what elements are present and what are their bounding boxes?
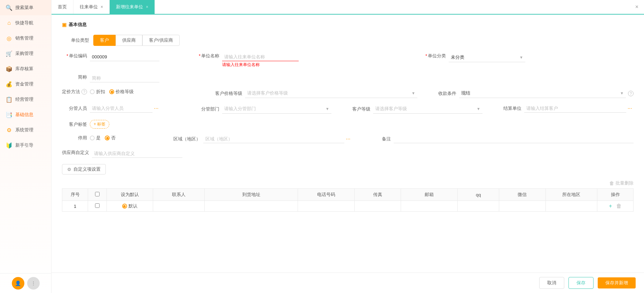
sidebar-item-finance[interactable]: 💰 资金管理 [0, 76, 51, 92]
region-more-btn[interactable]: ··· [344, 136, 352, 142]
radio-no[interactable]: 否 [105, 135, 116, 141]
radio-price-level-circle [109, 89, 114, 94]
row-fax[interactable] [354, 201, 401, 212]
unit-btn-customer[interactable]: 客户 [93, 35, 116, 46]
save-new-button[interactable]: 保存并新增 [598, 277, 636, 288]
row-qq[interactable] [458, 201, 499, 212]
manager-more-btn[interactable]: ··· [152, 105, 160, 112]
custom-settings-btn[interactable]: ⚙ 自定义项设置 [62, 164, 106, 174]
radio-yes[interactable]: 是 [90, 135, 101, 141]
short-name-input[interactable] [90, 74, 159, 82]
row-wechat[interactable] [499, 201, 546, 212]
settlement-unit-more-btn[interactable]: ··· [626, 105, 634, 112]
pricing-method-label: 定价方法 ? [62, 89, 90, 95]
radio-discount[interactable]: 折扣 [90, 89, 105, 95]
unit-name-wrap: 请输入往来单位名称 [222, 53, 407, 68]
supplier-custom-input[interactable] [92, 149, 182, 158]
pricing-method-radio-group: 折扣 价格等级 [90, 89, 134, 95]
short-name-label: 简称 [62, 74, 90, 80]
row-area-input[interactable] [549, 204, 594, 209]
row-checkbox[interactable] [95, 203, 100, 208]
unit-category-select[interactable]: 未分类 ▼ [449, 53, 525, 62]
sidebar-item-quick-nav[interactable]: ⌂ 快捷导航 [0, 15, 51, 31]
sidebar-item-system[interactable]: ⚙ 系统管理 [0, 122, 51, 138]
customer-price-level-select[interactable]: 请选择客户价格等级 ▼ [245, 89, 417, 98]
add-tag-btn[interactable]: + 标签 [90, 120, 109, 129]
sidebar-item-basic-info[interactable]: 📑 基础信息 [0, 107, 51, 122]
payment-terms-help-icon[interactable]: ? [628, 91, 634, 96]
department-arrow: ▼ [325, 107, 329, 111]
sidebar-item-operations[interactable]: 📋 经营管理 [0, 92, 51, 107]
row-address-input[interactable] [208, 204, 294, 209]
cancel-button[interactable]: 取消 [539, 277, 564, 289]
row-delete-btn[interactable]: 🗑 [615, 203, 623, 209]
radio-yes-circle [90, 136, 95, 140]
row-area[interactable] [545, 201, 597, 212]
row-address[interactable] [205, 201, 298, 212]
basic-info-icon: 📑 [6, 111, 13, 118]
save-button[interactable]: 保存 [568, 277, 594, 289]
form-content: ▣ 基本信息 单位类型 客户 供应商 客户/供应商 单位编码 单位名称 请输入往… [52, 15, 644, 272]
row-contact-input[interactable] [157, 204, 201, 209]
tab-trading-unit[interactable]: 往来单位 × [73, 0, 110, 14]
row-wechat-input[interactable] [503, 204, 542, 209]
col-address: 到货地址 [205, 189, 298, 201]
department-select[interactable]: 请输入分管部门 ▼ [222, 104, 331, 114]
home-icon: ⌂ [6, 19, 13, 26]
customer-level-placeholder: 请选择客户等级 [375, 106, 407, 112]
row-default-radio[interactable]: 默认 [110, 203, 150, 209]
field-payment-terms: 收款条件 现结 ▼ ? [431, 89, 634, 98]
field-pricing-method: 定价方法 ? 折扣 价格等级 [62, 89, 201, 95]
select-all-checkbox[interactable] [95, 192, 100, 196]
sidebar-search-label: 搜索菜单 [15, 5, 33, 11]
sidebar-label-quick-nav: 快捷导航 [15, 20, 33, 26]
tab-new-trading-unit-close[interactable]: × [146, 5, 148, 9]
finance-icon: 💰 [6, 81, 13, 88]
unit-btn-both[interactable]: 客户/供应商 [142, 35, 180, 46]
customer-level-select[interactable]: 请选择客户等级 ▼ [373, 104, 482, 114]
sidebar-item-purchase[interactable]: 🛒 采购管理 [0, 46, 51, 61]
settlement-unit-input[interactable] [524, 104, 626, 113]
row-add-btn[interactable]: + [607, 203, 613, 209]
department-placeholder: 请输入分管部门 [224, 106, 256, 112]
sidebar-item-inventory[interactable]: 📦 库存核算 [0, 61, 51, 76]
sidebar-item-guide[interactable]: 🔰 新手引导 [0, 138, 51, 153]
payment-terms-select[interactable]: 现结 ▼ [459, 89, 626, 98]
row-email[interactable] [401, 201, 458, 212]
supplier-custom-label: 供应商自定义 [62, 149, 92, 156]
tab-home[interactable]: 首页 [52, 0, 73, 14]
batch-delete-label[interactable]: 批量删除 [615, 180, 634, 186]
sidebar-user-btn[interactable]: 👤 [12, 277, 24, 290]
sidebar-label-inventory: 库存核算 [15, 66, 33, 72]
remark-label: 备注 [366, 136, 394, 142]
sidebar-bottom: 👤 ⋮ [0, 273, 51, 293]
close-all-btn[interactable]: × [630, 0, 644, 14]
row-qq-input[interactable] [461, 204, 495, 209]
guide-icon: 🔰 [6, 142, 13, 149]
unit-category-value: 未分类 [451, 54, 464, 60]
tab-new-trading-unit[interactable]: 新增往来单位 × [110, 0, 155, 14]
payment-terms-label: 收款条件 [431, 90, 459, 97]
unit-name-input[interactable] [222, 53, 299, 61]
row-phone[interactable] [298, 201, 354, 212]
unit-btn-supplier[interactable]: 供应商 [116, 35, 142, 46]
field-short-name: 简称 [62, 74, 180, 82]
radio-price-level[interactable]: 价格等级 [109, 89, 134, 95]
region-input[interactable] [203, 135, 344, 143]
row-contact[interactable] [153, 201, 205, 212]
sidebar-item-sales[interactable]: ◎ 销售管理 [0, 31, 51, 46]
operations-icon: 📋 [6, 96, 13, 103]
row-phone-input[interactable] [301, 204, 351, 209]
manager-input[interactable] [90, 104, 152, 113]
unit-category-arrow: ▼ [519, 55, 523, 59]
field-region: 区域（地区） ··· [173, 135, 352, 143]
tab-trading-unit-close[interactable]: × [101, 5, 103, 9]
pricing-help-icon[interactable]: ? [81, 89, 87, 95]
row-fax-input[interactable] [358, 204, 398, 209]
sidebar-extra-btn[interactable]: ⋮ [27, 277, 40, 290]
remark-input[interactable] [394, 135, 634, 143]
radio-no-label: 否 [111, 135, 116, 141]
row-email-input[interactable] [405, 204, 454, 209]
unit-code-input[interactable] [90, 53, 159, 61]
sidebar-search[interactable]: 🔍 搜索菜单 [0, 0, 51, 15]
